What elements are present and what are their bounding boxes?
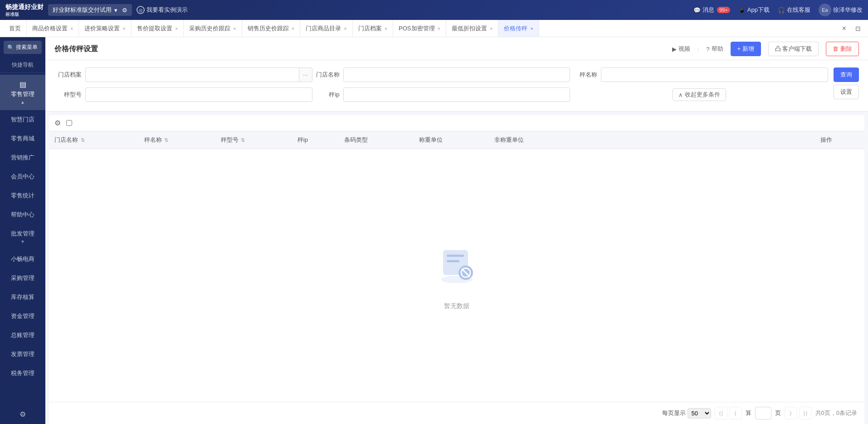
close-all-tabs-button[interactable]: × xyxy=(839,23,850,34)
demo-icon: ◎ xyxy=(137,6,145,14)
sidebar-bottom: ⚙ xyxy=(18,405,28,424)
sidebar-item-finance[interactable]: 资金管理 xyxy=(0,307,45,326)
sidebar-item-invoice[interactable]: 发票管理 xyxy=(0,345,45,364)
sidebar-item-smart-store[interactable]: 智慧门店 xyxy=(0,110,45,129)
sidebar-item-ledger[interactable]: 总账管理 xyxy=(0,326,45,345)
tab-store-profile[interactable]: 门店档案 × xyxy=(353,20,393,37)
select-all-checkbox[interactable] xyxy=(66,120,72,126)
sidebar-item-wholesale[interactable]: 批发管理 ▼ xyxy=(0,224,45,250)
settings-icon[interactable]: ⚙ xyxy=(122,7,127,14)
sidebar-item-online-store[interactable]: 零售商城 xyxy=(0,129,45,148)
sidebar-item-purchase[interactable]: 采购管理 xyxy=(0,269,45,288)
sort-store-name-icon[interactable]: ⇅ xyxy=(81,137,85,143)
tab-home[interactable]: 首页 xyxy=(4,20,27,37)
sidebar-item-retail[interactable]: ▤ 零售管理 ▲ xyxy=(0,75,45,110)
page-title: 价格传秤设置 xyxy=(54,44,98,54)
settings-button[interactable]: 设置 xyxy=(834,85,859,99)
header-divider: | xyxy=(697,46,699,53)
table-settings-icon[interactable]: ⚙ xyxy=(54,119,61,127)
close-tab-price-settings[interactable]: × xyxy=(70,26,73,31)
message-icon: 💬 xyxy=(693,7,701,14)
store-profile-input[interactable] xyxy=(85,67,299,82)
table-toolbar: ⚙ xyxy=(49,115,864,131)
demo-link[interactable]: ◎ 我要看实例演示 xyxy=(137,6,188,14)
last-page-button[interactable]: ⟩⟩ xyxy=(799,407,812,419)
store-name-input[interactable] xyxy=(343,67,571,82)
chevron-down-icon: ▾ xyxy=(114,7,117,14)
query-btn-group: 查询 设置 xyxy=(834,67,859,99)
sort-scale-name-icon[interactable]: ⇅ xyxy=(164,137,168,143)
close-tab-purchase-strategy[interactable]: × xyxy=(122,26,125,31)
tab-price-settings[interactable]: 商品价格设置 × xyxy=(27,20,79,37)
store-profile-expand-btn[interactable]: ··· xyxy=(299,67,312,82)
col-non-weight-unit: 非称重单位 xyxy=(489,131,815,149)
tab-price-scale[interactable]: 价格传秤 × xyxy=(498,20,539,37)
tab-purchase-history[interactable]: 采购历史价跟踪 × xyxy=(184,20,242,37)
filter-collapse-btn[interactable]: ∧ 收起更多条件 xyxy=(673,88,726,101)
tab-min-discount[interactable]: 最低折扣设置 × xyxy=(446,20,498,37)
messages-button[interactable]: 💬 消息 99+ xyxy=(693,6,730,14)
top-bar-right: 💬 消息 99+ 📱 App下载 🎧 在线客服 Ea 徐泽华修改 xyxy=(693,4,863,16)
page-size-dropdown[interactable]: 50 100 200 xyxy=(688,408,711,419)
tab-pos-management[interactable]: POS加密管理 × xyxy=(393,20,446,37)
sidebar-item-retail-stats[interactable]: 零售统计 xyxy=(0,186,45,205)
sidebar: 🔍 搜索菜单 快捷导航 ▤ 零售管理 ▲ 智慧门店 零售商城 营销推广 会员中心… xyxy=(0,37,45,424)
sort-scale-model-icon[interactable]: ⇅ xyxy=(241,137,245,143)
download-button[interactable]: 凸 客户端下载 xyxy=(768,42,819,56)
close-tab-price-scale[interactable]: × xyxy=(530,26,533,31)
page-header: 价格传秤设置 ▶ 视频 | ? 帮助 + 新增 凸 客户端下载 🗑 删除 xyxy=(45,37,868,60)
close-tab-min-discount[interactable]: × xyxy=(490,26,493,31)
sidebar-settings-icon[interactable]: ⚙ xyxy=(20,410,26,418)
col-actions: 操作 xyxy=(815,131,864,149)
online-service-button[interactable]: 🎧 在线客服 xyxy=(778,6,810,14)
sidebar-quicknav[interactable]: 快捷导航 xyxy=(0,58,45,73)
tab-purchase-strategy[interactable]: 进价策略设置 × xyxy=(79,20,131,37)
next-page-button[interactable]: ⟩ xyxy=(785,407,797,419)
store-profile-input-group: ··· xyxy=(85,67,312,82)
help-link[interactable]: ? 帮助 xyxy=(706,45,723,53)
close-tab-store-catalog[interactable]: × xyxy=(344,26,346,31)
sidebar-item-ecommerce[interactable]: 小畅电商 xyxy=(0,250,45,269)
close-tab-store-profile[interactable]: × xyxy=(385,26,387,31)
tab-sale-price[interactable]: 售价提取设置 × xyxy=(132,20,184,37)
sidebar-item-tax[interactable]: 税务管理 xyxy=(0,364,45,383)
tab-store-catalog[interactable]: 门店商品目录 × xyxy=(300,20,352,37)
tab-sales-history[interactable]: 销售历史价跟踪 × xyxy=(242,20,300,37)
pagination: 每页显示 50 100 200 ⟨⟨ ⟨ 算 1 页 ⟩ ⟩⟩ 共0页，0 xyxy=(49,402,864,424)
filter-store-name: 门店名称 xyxy=(312,67,571,82)
retail-icon: ▤ xyxy=(20,80,26,89)
data-table: 门店名称 ⇅ 秤名称 ⇅ 秤型号 ⇅ 秤ip xyxy=(49,131,864,149)
scale-ip-input[interactable] xyxy=(343,87,571,102)
video-link[interactable]: ▶ 视频 xyxy=(672,45,690,53)
sidebar-item-help[interactable]: 帮助中心 xyxy=(0,205,45,224)
table-header-row: 门店名称 ⇅ 秤名称 ⇅ 秤型号 ⇅ 秤ip xyxy=(49,131,864,149)
version-selector[interactable]: 好业财标准版交付试用 ▾ ⚙ xyxy=(48,4,132,16)
prev-page-button[interactable]: ⟨ xyxy=(729,407,742,419)
query-button[interactable]: 查询 xyxy=(834,67,859,82)
scale-ip-label: 秤ip xyxy=(312,91,340,99)
delete-button[interactable]: 🗑 删除 xyxy=(826,42,859,56)
svg-rect-3 xyxy=(447,260,459,262)
close-tab-pos-management[interactable]: × xyxy=(438,26,440,31)
top-bar: 畅捷通好业财 标准版 好业财标准版交付试用 ▾ ⚙ ◎ 我要看实例演示 💬 消息… xyxy=(0,0,868,20)
user-menu[interactable]: Ea 徐泽华修改 xyxy=(819,4,863,16)
sidebar-item-inventory[interactable]: 库存核算 xyxy=(0,288,45,307)
tab-controls: × ⊡ xyxy=(839,23,864,34)
sidebar-item-member[interactable]: 会员中心 xyxy=(0,167,45,186)
scale-model-input[interactable] xyxy=(85,87,312,102)
chevron-up-icon: ▲ xyxy=(20,100,25,105)
first-page-button[interactable]: ⟨⟨ xyxy=(715,407,727,419)
scale-name-input[interactable] xyxy=(601,67,828,82)
restore-tabs-button[interactable]: ⊡ xyxy=(852,23,864,34)
close-tab-sales-history[interactable]: × xyxy=(292,26,294,31)
add-button[interactable]: + 新增 xyxy=(731,42,761,56)
sidebar-item-marketing[interactable]: 营销推广 xyxy=(0,148,45,167)
close-tab-sale-price[interactable]: × xyxy=(175,26,178,31)
col-scale-ip: 秤ip xyxy=(292,131,339,149)
close-tab-purchase-history[interactable]: × xyxy=(233,26,236,31)
page-number-input[interactable]: 1 xyxy=(755,407,771,419)
app-download-button[interactable]: 📱 App下载 xyxy=(738,6,770,14)
avatar: Ea xyxy=(819,4,831,16)
col-scale-model: 秤型号 ⇅ xyxy=(215,131,292,149)
sidebar-search[interactable]: 🔍 搜索菜单 xyxy=(4,41,42,54)
